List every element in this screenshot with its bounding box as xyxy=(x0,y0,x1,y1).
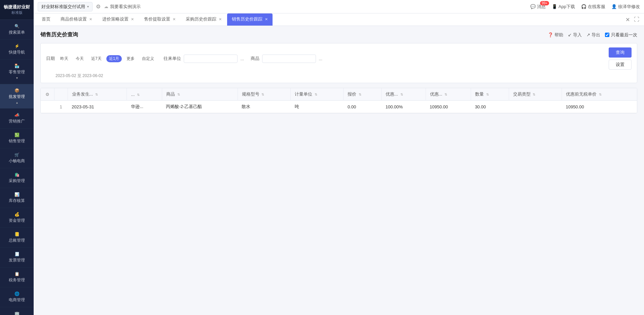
tab-purchase-history-close[interactable]: ✕ xyxy=(219,17,222,22)
tab-home[interactable]: 首页 xyxy=(37,13,55,26)
sort-unit-icon[interactable]: ⇅ xyxy=(315,93,317,96)
tab-purchase-history[interactable]: 采购历史价跟踪 ✕ xyxy=(181,13,226,26)
sidebar-item-tax-mgmt[interactable]: 📋 税务管理 xyxy=(0,268,34,287)
col-pretax-price[interactable]: 优惠前无税单价 ⇅ xyxy=(562,88,637,101)
date-option-yesterday[interactable]: 昨天 xyxy=(58,55,71,62)
col-gear-icon[interactable]: ⚙ xyxy=(45,92,49,97)
sidebar-item-accounting[interactable]: 📒 总账管理 xyxy=(0,228,34,248)
date-option-last7days[interactable]: 近7天 xyxy=(88,55,104,62)
col-qty[interactable]: 数量 ⇅ xyxy=(471,88,509,101)
only-last-checkbox[interactable] xyxy=(605,33,609,37)
tab-price-strategy-close[interactable]: ✕ xyxy=(131,17,134,22)
date-range-text: 2023-05-02 至 2023-06-02 xyxy=(56,73,103,78)
sidebar-item-funds-mgmt[interactable]: 💰 资金管理 xyxy=(0,208,34,228)
col-unit[interactable]: 计量单位 ⇅ xyxy=(291,88,344,101)
app-logo: 畅捷通好业财 标准版 xyxy=(0,0,34,20)
col-more[interactable]: ... ⇅ xyxy=(127,88,162,101)
row-trade-type xyxy=(509,101,562,113)
only-last-label: 只看最后一次 xyxy=(611,32,637,38)
help-btn[interactable]: ❓ 帮助 xyxy=(548,32,563,38)
source-unit-filter-group: 往来单位 ... xyxy=(164,55,244,63)
online-service-btn[interactable]: 🎧 在线客服 xyxy=(581,4,605,10)
sort-more-icon[interactable]: ⇅ xyxy=(137,93,140,97)
source-unit-input[interactable] xyxy=(184,55,238,63)
sort-qty-icon[interactable]: ⇅ xyxy=(486,93,489,96)
tab-price-extract-close[interactable]: ✕ xyxy=(173,17,176,22)
sort-biz-date-icon[interactable]: ⇅ xyxy=(95,93,98,96)
filter-section: 日期 昨天 今天 近7天 近1月 更多 自定义 往来单位 ... xyxy=(40,43,637,83)
product-dots[interactable]: ... xyxy=(319,56,322,61)
sidebar-item-marketing[interactable]: 📣 营销推广 xyxy=(0,109,34,129)
demo-btn[interactable]: ☁ 我要看实例演示 xyxy=(104,4,141,10)
tab-close-icon[interactable]: ✕ xyxy=(624,15,631,24)
sort-spec-icon[interactable]: ⇅ xyxy=(261,93,264,96)
app-download-btn[interactable]: 📱 App下载 xyxy=(552,4,575,10)
sort-product-icon[interactable]: ⇅ xyxy=(177,93,180,96)
export-btn[interactable]: ↗ 导出 xyxy=(586,32,600,38)
tab-product-price-close[interactable]: ✕ xyxy=(89,17,92,22)
filter-action-buttons: 查询 设置 xyxy=(609,47,632,70)
headset-icon: 🎧 xyxy=(581,4,586,9)
sidebar-item-fixed-assets[interactable]: 🏢 固定资产 xyxy=(0,307,34,315)
tab-price-extract[interactable]: 售价提取设置 ✕ xyxy=(139,13,180,26)
help-icon: ❓ xyxy=(548,32,553,37)
sidebar-item-retail-mgmt[interactable]: 🏪 零售管理 ▾ xyxy=(0,60,34,84)
tab-product-price-label: 商品价格设置 xyxy=(61,16,87,22)
ecomm-icon: 🌐 xyxy=(14,291,20,296)
sidebar-item-sales-mgmt[interactable]: 💹 销售管理 xyxy=(0,129,34,148)
tab-purchase-history-label: 采购历史价跟踪 xyxy=(186,16,216,22)
sort-discount-amt-icon[interactable]: ⇅ xyxy=(444,93,447,96)
source-unit-dots[interactable]: ... xyxy=(240,56,244,61)
main-area: 好业财标准版交付试用 ▾ ⚙ ☁ 我要看实例演示 💬 消息 99+ 📱 App下… xyxy=(34,0,644,315)
col-biz-date[interactable]: 业务发生... ⇅ xyxy=(68,88,127,101)
date-option-more[interactable]: 更多 xyxy=(124,55,137,62)
sidebar-item-ecomm-mgmt[interactable]: 🌐 电商管理 xyxy=(0,287,34,307)
sidebar-item-invoice-mgmt[interactable]: 🧾 发票管理 xyxy=(0,248,34,268)
row-price: 0.00 xyxy=(344,101,382,113)
col-discount-amt[interactable]: 优惠... ⇅ xyxy=(426,88,471,101)
sort-pretax-price-icon[interactable]: ⇅ xyxy=(599,93,602,96)
sidebar-label-ecomm-small: 小畅电商 xyxy=(9,158,25,164)
col-discount-pct[interactable]: 优惠... ⇅ xyxy=(382,88,426,101)
version-selector[interactable]: 好业财标准版交付试用 ▾ xyxy=(38,2,93,11)
messages-btn[interactable]: 💬 消息 99+ xyxy=(530,4,546,10)
tab-price-strategy[interactable]: 进价策略设置 ✕ xyxy=(98,13,139,26)
tab-expand-icon[interactable]: ⛶ xyxy=(633,15,641,24)
tab-sales-history-close[interactable]: ✕ xyxy=(265,17,268,22)
product-filter-group: 商品 ... xyxy=(251,55,322,63)
date-option-custom[interactable]: 自定义 xyxy=(139,55,157,62)
col-spec[interactable]: 规格型号 ⇅ xyxy=(238,88,290,101)
help-label: 帮助 xyxy=(554,32,563,38)
sidebar-item-ecomm-small[interactable]: 🛒 小畅电商 xyxy=(0,148,34,168)
data-table: ⚙ 业务发生... ⇅ ... ⇅ 商品 ⇅ xyxy=(41,88,637,113)
tab-sales-history-label: 销售历史价跟踪 xyxy=(232,16,262,22)
search-icon: 🔍 xyxy=(14,24,20,29)
table-row[interactable]: 1 2023-05-31 华逊... 丙烯酸-2-乙基己酯 散水 吨 0.00 … xyxy=(41,101,637,113)
date-option-last1month[interactable]: 近1月 xyxy=(106,55,122,62)
invoice-icon: 🧾 xyxy=(14,252,20,256)
col-product[interactable]: 商品 ⇅ xyxy=(162,88,238,101)
import-btn[interactable]: ↙ 导入 xyxy=(568,32,582,38)
date-filter-group: 日期 昨天 今天 近7天 近1月 更多 自定义 xyxy=(46,55,157,62)
col-trade-type[interactable]: 交易类型 ⇅ xyxy=(509,88,562,101)
only-last-checkbox-label[interactable]: 只看最后一次 xyxy=(605,32,637,38)
col-price[interactable]: 报价 ⇅ xyxy=(344,88,382,101)
tax-icon: 📋 xyxy=(14,272,20,276)
sidebar-item-purchase-mgmt[interactable]: 🛍️ 采购管理 xyxy=(0,168,34,188)
avatar-icon: 👤 xyxy=(611,4,617,9)
tab-product-price[interactable]: 商品价格设置 ✕ xyxy=(56,13,97,26)
sort-trade-type-icon[interactable]: ⇅ xyxy=(533,93,535,96)
sidebar-item-wholesale-mgmt[interactable]: 📦 批发管理 ▴ xyxy=(0,84,34,109)
sidebar-item-quick-nav[interactable]: ⚡ 快捷导航 xyxy=(0,40,34,60)
tab-sales-history[interactable]: 销售历史价跟踪 ✕ xyxy=(227,13,273,26)
settings-btn[interactable]: 设置 xyxy=(609,60,632,70)
product-input[interactable] xyxy=(262,55,316,63)
date-option-today[interactable]: 今天 xyxy=(73,55,86,62)
query-btn[interactable]: 查询 xyxy=(609,47,632,58)
sort-price-icon[interactable]: ⇅ xyxy=(359,93,361,96)
settings-gear-icon[interactable]: ⚙ xyxy=(96,3,101,10)
sidebar-item-inventory[interactable]: 📊 库存核算 xyxy=(0,188,34,208)
sidebar-item-search-menu[interactable]: 🔍 搜索菜单 xyxy=(0,20,34,40)
user-profile-btn[interactable]: 👤 徐泽华修改 xyxy=(611,4,640,10)
sort-discount-pct-icon[interactable]: ⇅ xyxy=(400,93,403,96)
